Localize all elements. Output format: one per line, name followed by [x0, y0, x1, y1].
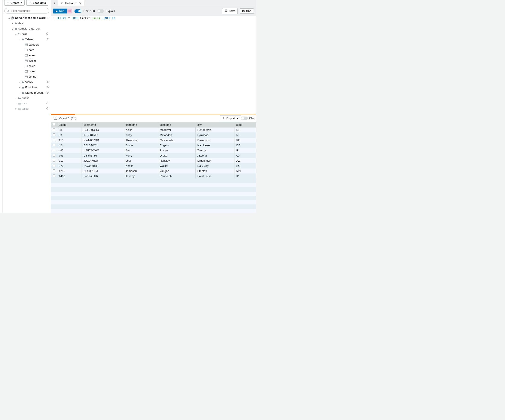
tree-table-users[interactable]: users	[3, 69, 51, 74]
select-all-checkbox[interactable]	[51, 122, 57, 127]
cell: JDZ24MKU	[82, 158, 124, 163]
tree-schema-tpcds[interactable]: › tpcds	[3, 106, 51, 111]
tree-views[interactable]: › Views 0	[3, 79, 51, 85]
tree-db-sample[interactable]: ⌄ sample_data_dev	[3, 26, 51, 31]
column-header-firstname[interactable]: firstname	[124, 122, 158, 127]
play-icon: ▶	[56, 9, 58, 13]
table-row[interactable]: 793DYY81TFTKerryDrakeAltoonaCA	[51, 153, 256, 158]
add-tab-button[interactable]: ＋	[51, 0, 58, 6]
tree-schema-public[interactable]: › public	[3, 95, 51, 101]
column-header-username[interactable]: username	[82, 122, 124, 127]
folder-icon	[18, 97, 21, 99]
resource-tree: ⌄ Serverless: demo-workgroup › dev ⌄ sam…	[3, 15, 51, 112]
svg-point-0	[7, 10, 9, 11]
folder-icon	[21, 81, 24, 83]
cell: NL	[234, 133, 256, 138]
results-table: useridusernamefirstnamelastnamecitystate…	[51, 122, 256, 179]
row-checkbox[interactable]	[51, 133, 57, 138]
svg-rect-6	[25, 65, 28, 67]
tree-table-date[interactable]: date	[3, 47, 51, 53]
result-tab[interactable]: Result 1 (10)	[53, 116, 77, 121]
cell: 83	[57, 133, 82, 138]
save-button[interactable]: Save	[222, 8, 238, 14]
row-checkbox[interactable]	[51, 143, 57, 148]
row-checkbox[interactable]	[51, 138, 57, 143]
chevron-right-icon: ›	[15, 96, 17, 100]
chart-toggle[interactable]	[241, 117, 248, 120]
table-row[interactable]: 870OGO45BBZKeelieWalkerDaly CityBC	[51, 163, 256, 168]
sql-editor[interactable]: 1 SELECT * FROM tickit.users LIMIT 10;	[51, 16, 256, 114]
plus-icon: ＋	[7, 1, 9, 5]
tree-schema-public-label: public	[22, 96, 49, 100]
row-checkbox[interactable]	[51, 127, 57, 133]
explain-toggle[interactable]	[97, 9, 104, 13]
tree-schema-tpcds-label: tpcds	[22, 107, 45, 110]
row-checkbox[interactable]	[51, 153, 57, 158]
svg-rect-8	[25, 76, 28, 78]
filter-resources-input[interactable]	[4, 8, 49, 13]
row-checkbox[interactable]	[51, 168, 57, 174]
tree-functions[interactable]: › Functions 0	[3, 85, 51, 90]
tree-table-event[interactable]: event	[3, 53, 51, 58]
table-row[interactable]: 1466QVS52LHRJeremyRandolphSaint LouisID	[51, 174, 256, 179]
table-row[interactable]: 813JDZ24MKULeviHensleyMiddletownAZ	[51, 158, 256, 163]
stop-button[interactable]	[67, 9, 72, 13]
table-row[interactable]: 83IGQ98TMPKirbyMcfaddenLynwoodNL	[51, 133, 256, 138]
limit-toggle[interactable]	[75, 9, 81, 13]
column-header-userid[interactable]: userid	[57, 122, 82, 127]
column-header-state[interactable]: state	[234, 122, 256, 127]
table-row[interactable]: 1286QUC17LDJJamesonVaughnStantonMN	[51, 168, 256, 174]
table-icon	[25, 65, 28, 67]
line-number: 1	[53, 17, 55, 20]
tree-tables[interactable]: ⌄ Tables 7	[3, 37, 51, 42]
tree-table-sales[interactable]: sales	[3, 63, 51, 69]
table-icon	[25, 43, 28, 46]
tree-table-category[interactable]: category	[3, 42, 51, 47]
close-tab-button[interactable]: ✕	[79, 2, 82, 5]
load-data-button[interactable]: Load data	[26, 0, 48, 6]
tree-root-workgroup[interactable]: ⌄ Serverless: demo-workgroup	[3, 15, 51, 20]
cell: Drake	[158, 153, 196, 158]
export-button[interactable]: Export ▼	[220, 115, 241, 121]
cell: Brynn	[124, 143, 158, 148]
chevron-down-icon: ⌄	[15, 32, 17, 36]
cell: DE	[234, 143, 256, 148]
chevron-right-icon: ›	[11, 22, 14, 25]
column-header-city[interactable]: city	[196, 122, 234, 127]
shortcut-label: Sho	[246, 9, 252, 13]
tree-db-dev[interactable]: › dev	[3, 20, 51, 26]
chevron-right-icon: ›	[18, 86, 20, 89]
cell: Ava	[124, 148, 158, 153]
row-checkbox[interactable]	[51, 158, 57, 163]
cell: Tampa	[196, 148, 234, 153]
caret-down-icon: ▼	[20, 2, 22, 4]
table-row[interactable]: 28GOK50CHCKellieMcdowellHendersonNU	[51, 127, 256, 133]
cell: DYY81TFT	[82, 153, 124, 158]
cell: Mcfadden	[158, 133, 196, 138]
cell: NWN06ZDD	[82, 138, 124, 143]
table-row[interactable]: 467UZE79CVWAvaRussoTampaRI	[51, 148, 256, 153]
tree-schema-tpch[interactable]: › tpch	[3, 101, 51, 106]
caret-down-icon: ▼	[236, 117, 239, 119]
tree-table-label: listing	[29, 59, 49, 62]
code-line: SELECT * FROM tickit.users LIMIT 10;	[56, 16, 256, 114]
run-button[interactable]: ▶ Run	[53, 9, 67, 13]
create-button[interactable]: ＋ Create ▼	[4, 0, 25, 6]
column-header-lastname[interactable]: lastname	[158, 122, 196, 127]
shortcut-button[interactable]: ⌘ Sho	[240, 8, 254, 14]
table-row[interactable]: 424BDL34VOJBrynnRogersNanticokeDE	[51, 143, 256, 148]
cell: 424	[57, 143, 82, 148]
row-checkbox[interactable]	[51, 174, 57, 179]
tree-table-listing[interactable]: listing	[3, 58, 51, 63]
cell: Vaughn	[158, 168, 196, 174]
tree-schema-tickit[interactable]: ⌄ tickit	[3, 31, 51, 37]
row-checkbox[interactable]	[51, 148, 57, 153]
tab-untitled[interactable]: Untitled 1 ✕	[58, 0, 84, 6]
table-row[interactable]: 115NWN06ZDDTheodoreCastanedaDavenportPE	[51, 138, 256, 143]
tree-table-venue[interactable]: venue	[3, 74, 51, 79]
row-checkbox[interactable]	[51, 163, 57, 168]
cell: IGQ98TMP	[82, 133, 124, 138]
tree-procs[interactable]: › Stored procedu… 0	[3, 90, 51, 95]
filter-input-field[interactable]	[11, 9, 47, 12]
database-icon	[11, 17, 14, 19]
